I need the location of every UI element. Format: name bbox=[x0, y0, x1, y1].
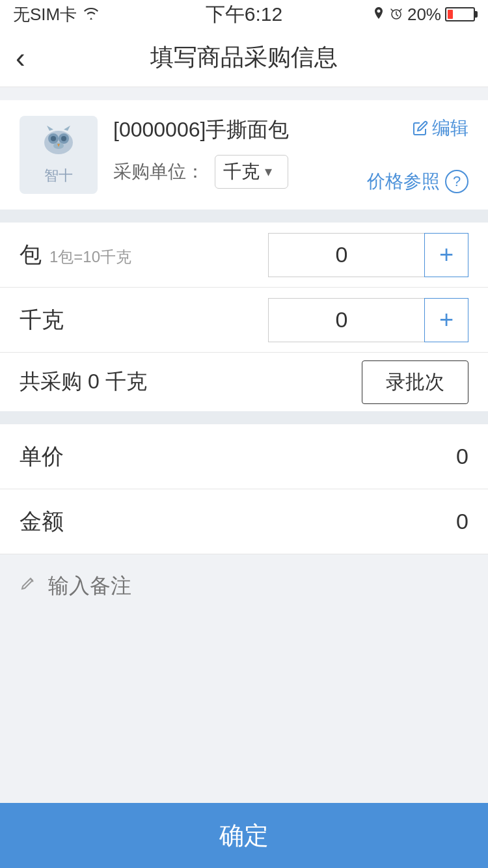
kg-label: 千克 bbox=[20, 305, 64, 335]
record-batch-button[interactable]: 录批次 bbox=[362, 360, 468, 404]
back-button[interactable]: ‹ bbox=[16, 42, 25, 74]
pack-input-row: 包 1包=10千克 + bbox=[0, 223, 488, 288]
edit-button[interactable]: 编辑 bbox=[413, 116, 468, 141]
amount-label: 金额 bbox=[20, 507, 64, 537]
svg-point-4 bbox=[51, 136, 56, 141]
unit-price-row: 单价 0 bbox=[0, 424, 488, 489]
nav-bar: ‹ 填写商品采购信息 bbox=[0, 29, 488, 87]
alarm-icon bbox=[389, 5, 403, 25]
unit-select-value: 千克 bbox=[223, 159, 260, 184]
unit-price-value: 0 bbox=[456, 444, 468, 469]
amount-row: 金额 0 bbox=[0, 489, 488, 554]
price-ref-button[interactable]: 价格参照 ? bbox=[367, 169, 468, 194]
status-bar: 无SIM卡 下午6:12 20% bbox=[0, 0, 488, 29]
pack-label: 包 bbox=[20, 240, 42, 270]
pack-input[interactable] bbox=[268, 233, 424, 277]
page-title: 填写商品采购信息 bbox=[150, 42, 338, 74]
unit-price-label: 单价 bbox=[20, 442, 64, 472]
svg-marker-9 bbox=[64, 126, 70, 131]
pencil-icon bbox=[20, 574, 38, 598]
battery-percent: 20% bbox=[407, 5, 441, 25]
location-icon bbox=[372, 5, 385, 25]
product-logo-text: 智十 bbox=[44, 166, 73, 185]
remark-input[interactable] bbox=[48, 574, 468, 598]
price-ref-label: 价格参照 bbox=[367, 169, 440, 194]
status-bar-left: 无SIM卡 bbox=[13, 3, 100, 26]
kg-input-group: + bbox=[268, 298, 468, 342]
unit-label: 采购单位： bbox=[113, 159, 204, 184]
pack-plus-button[interactable]: + bbox=[424, 233, 468, 277]
status-bar-right: 20% bbox=[372, 5, 475, 25]
total-row: 共采购 0 千克 录批次 bbox=[0, 353, 488, 411]
total-label: 共采购 0 千克 bbox=[20, 368, 147, 396]
remark-row[interactable] bbox=[0, 554, 488, 617]
product-logo-owl bbox=[39, 124, 78, 163]
battery-icon bbox=[445, 7, 475, 21]
svg-point-5 bbox=[61, 136, 66, 141]
product-card: 智十 [0000006]手撕面包 采购单位： 千克 ▾ 编辑 价格参照 ? bbox=[0, 100, 488, 210]
status-bar-time: 下午6:12 bbox=[206, 1, 282, 28]
wifi-icon bbox=[82, 5, 100, 25]
pack-label-group: 包 1包=10千克 bbox=[20, 240, 131, 270]
pack-input-group: + bbox=[268, 233, 468, 277]
section-separator-2 bbox=[0, 411, 488, 424]
confirm-button[interactable]: 确定 bbox=[0, 803, 488, 868]
pack-sublabel: 1包=10千克 bbox=[49, 247, 131, 267]
carrier-label: 无SIM卡 bbox=[13, 3, 77, 26]
edit-label: 编辑 bbox=[432, 116, 468, 141]
kg-input[interactable] bbox=[268, 298, 424, 342]
kg-input-row: 千克 + bbox=[0, 288, 488, 353]
unit-select[interactable]: 千克 ▾ bbox=[215, 155, 288, 189]
section-separator-1 bbox=[0, 210, 488, 223]
kg-label-group: 千克 bbox=[20, 305, 64, 335]
dropdown-arrow-icon: ▾ bbox=[265, 163, 272, 180]
amount-value: 0 bbox=[456, 509, 468, 534]
svg-marker-8 bbox=[47, 126, 53, 131]
product-image: 智十 bbox=[20, 116, 98, 194]
info-circle-icon: ? bbox=[445, 170, 468, 193]
kg-plus-button[interactable]: + bbox=[424, 298, 468, 342]
